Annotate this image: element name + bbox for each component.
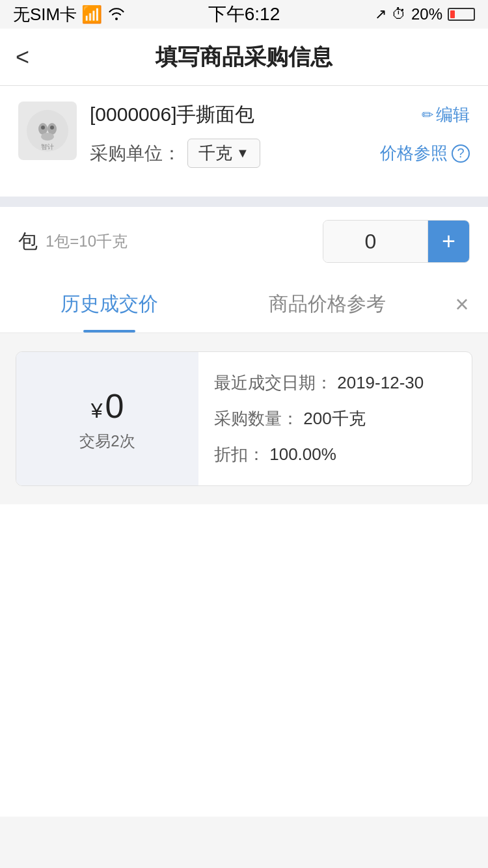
svg-point-3	[41, 126, 45, 129]
status-right: ↗ ⏱ 20%	[375, 5, 475, 23]
page-title: 填写商品采购信息	[156, 42, 332, 72]
price-card-right: 最近成交日期： 2019-12-30 采购数量： 200千克 折扣： 100.0…	[198, 352, 472, 485]
back-button[interactable]: <	[16, 44, 29, 71]
svg-text:智计: 智计	[41, 143, 54, 150]
price-card-section: ¥ 0 交易2次 最近成交日期： 2019-12-30 采购数量： 200千克 …	[0, 333, 488, 504]
unit-value: 千克	[198, 142, 232, 165]
battery-icon	[448, 8, 475, 21]
recent-date-row: 最近成交日期： 2019-12-30	[214, 370, 456, 396]
quantity-value: 200千克	[303, 409, 365, 428]
tab-bar: 历史成交价 商品价格参考 ×	[0, 276, 488, 333]
discount-value: 100.00%	[269, 444, 336, 464]
empty-section	[0, 504, 488, 817]
quantity-row: 包 1包=10千克 +	[0, 207, 488, 276]
svg-point-4	[50, 126, 54, 129]
quantity-row-info: 采购数量： 200千克	[214, 406, 456, 431]
status-left: 无SIM卡 📶	[13, 3, 126, 26]
tab-close-button[interactable]: ×	[436, 291, 488, 318]
quantity-input[interactable]	[323, 221, 427, 262]
quantity-input-wrap: +	[323, 220, 470, 263]
price-display: ¥ 0	[91, 387, 124, 426]
quantity-label: 采购数量：	[214, 409, 299, 428]
recent-date-label: 最近成交日期：	[214, 373, 332, 392]
divider-1	[0, 197, 488, 207]
svg-point-5	[41, 133, 54, 141]
product-unit-row: 采购单位： 千克 ▼ 价格参照 ?	[90, 139, 470, 168]
unit-label-text: 采购单位：	[90, 141, 181, 166]
close-icon: ×	[455, 291, 468, 318]
carrier-text: 无SIM卡 📶	[13, 3, 102, 26]
dropdown-icon: ▼	[236, 146, 249, 161]
product-name: [0000006]手撕面包	[90, 102, 254, 128]
unit-label: 采购单位： 千克 ▼	[90, 139, 260, 168]
tab-product-label: 商品价格参考	[269, 291, 386, 318]
unit-select[interactable]: 千克 ▼	[187, 139, 260, 168]
alarm-icon: ⏱	[392, 6, 406, 23]
product-section: 智计 [0000006]手撕面包 ✏ 编辑 采购单位： 千克 ▼	[0, 86, 488, 197]
product-header: 智计 [0000006]手撕面包 ✏ 编辑 采购单位： 千克 ▼	[18, 102, 470, 168]
tab-section: 历史成交价 商品价格参考 ×	[0, 276, 488, 333]
question-icon: ?	[452, 144, 470, 163]
discount-label: 折扣：	[214, 444, 265, 464]
price-amount: 0	[105, 387, 124, 426]
price-trades: 交易2次	[79, 431, 135, 452]
edit-label: 编辑	[436, 103, 470, 126]
price-ref-button[interactable]: 价格参照 ?	[380, 142, 470, 165]
currency-symbol: ¥	[91, 399, 103, 423]
recent-date-value: 2019-12-30	[337, 373, 424, 392]
status-bar: 无SIM卡 📶 下午6:12 ↗ ⏱ 20%	[0, 0, 488, 29]
tab-underline	[83, 330, 135, 332]
discount-row: 折扣： 100.00%	[214, 442, 456, 467]
price-card-left: ¥ 0 交易2次	[16, 352, 198, 485]
edit-button[interactable]: ✏ 编辑	[422, 103, 470, 126]
status-time: 下午6:12	[208, 2, 280, 27]
tab-history-label: 历史成交价	[61, 291, 158, 318]
tab-product-price-ref[interactable]: 商品价格参考	[218, 276, 436, 332]
battery-percent: 20%	[411, 5, 442, 23]
product-details: [0000006]手撕面包 ✏ 编辑 采购单位： 千克 ▼ 价格参照 ?	[90, 102, 470, 168]
price-ref-label: 价格参照	[380, 142, 448, 165]
product-title-row: [0000006]手撕面包 ✏ 编辑	[90, 102, 470, 128]
nav-bar: < 填写商品采购信息	[0, 29, 488, 86]
unit-conversion: 1包=10千克	[46, 231, 323, 252]
price-card: ¥ 0 交易2次 最近成交日期： 2019-12-30 采购数量： 200千克 …	[16, 351, 472, 486]
edit-icon: ✏	[422, 107, 433, 124]
unit-tag: 包	[18, 228, 38, 255]
location-icon: ↗	[375, 6, 386, 23]
tab-history-price[interactable]: 历史成交价	[0, 276, 218, 332]
product-thumbnail: 智计	[18, 102, 77, 160]
increment-button[interactable]: +	[427, 221, 469, 262]
wifi-icon	[107, 5, 126, 25]
